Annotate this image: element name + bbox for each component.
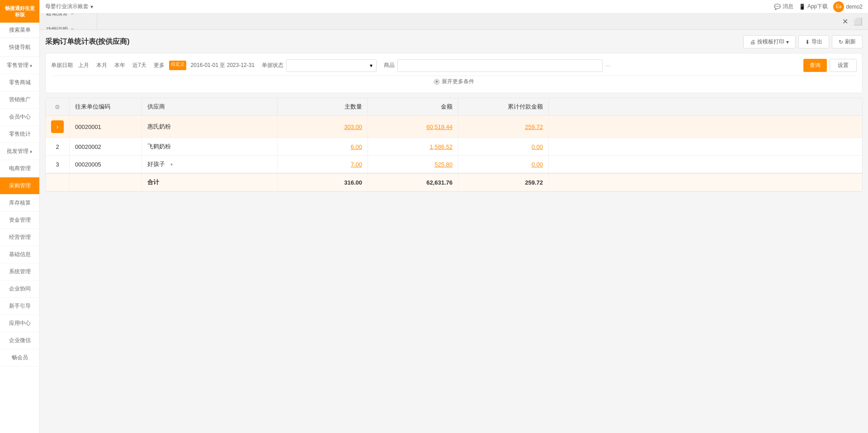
status-filter-label: 单据状态 <box>262 62 283 69</box>
app-download-label: App下载 <box>807 3 828 10</box>
footer-empty-1 <box>46 173 70 191</box>
qty-link-2[interactable]: 7.00 <box>351 161 362 168</box>
sidebar-item-lingdianshangcheng[interactable]: 零售商城 <box>0 74 39 91</box>
amount-link-1[interactable]: 1,586.52 <box>429 143 453 150</box>
sidebar-item-huiyuan[interactable]: 会员中心 <box>0 109 39 126</box>
sidebar-item-label-pifa: 批发管理 <box>7 148 28 155</box>
cell-seq-0: › <box>46 116 70 138</box>
sidebar-item-pifa[interactable]: 批发管理▲ <box>0 143 39 160</box>
sidebar-search-section[interactable]: 搜索菜单 <box>0 23 39 38</box>
goods-search-input[interactable] <box>397 59 603 72</box>
sidebar-item-label-xinshou: 新手引导 <box>9 303 31 309</box>
tab-close-chaochuyu[interactable]: ✕ <box>71 14 74 16</box>
sidebar-item-xinshou[interactable]: 新手引导 <box>0 298 39 315</box>
tab-restore-btn[interactable]: ⬜ <box>852 16 864 27</box>
sidebar-item-lingdiantongji[interactable]: 零售统计 <box>0 126 39 143</box>
table-row: › 00020001 惠氏奶粉 303.00 60,519.44 259.72 <box>46 116 862 138</box>
shortcut-this-month[interactable]: 本月 <box>94 61 110 70</box>
footer-row: 合计 316.00 62,631.76 259.72 <box>46 173 862 191</box>
user-area[interactable]: Ea demo2 <box>833 1 863 12</box>
sidebar-search-label[interactable]: 搜索菜单 <box>3 26 37 34</box>
paid-link-2[interactable]: 0.00 <box>532 161 543 168</box>
goods-more-icon[interactable]: ··· <box>605 62 610 69</box>
cell-seq-1: 2 <box>46 138 70 156</box>
sidebar-item-label-kucun: 库存核算 <box>9 200 31 206</box>
tab-bar-actions: ✕ ⬜ <box>837 16 868 27</box>
tab-close-all-btn[interactable]: ✕ <box>840 16 850 27</box>
th-settings[interactable]: ⚙ <box>46 98 70 116</box>
shortcut-this-year[interactable]: 本年 <box>112 61 128 70</box>
sidebar-item-jingying[interactable]: 经营管理 <box>0 229 39 246</box>
sidebar-item-zijin[interactable]: 资金管理 <box>0 212 39 229</box>
cell-amount-2: 525.80 <box>368 156 458 174</box>
sidebar-item-xitong[interactable]: 系统管理 <box>0 263 39 281</box>
top-bar-right: 💬 消息 📱 App下载 Ea demo2 <box>774 1 863 12</box>
sidebar-item-changhui[interactable]: 畅会员 <box>0 349 39 366</box>
paid-link-1[interactable]: 0.00 <box>532 143 543 150</box>
filter-panel: 单据日期 上月 本月 本年 近7天 更多 自定义 2016-01-01 至 20… <box>45 53 863 93</box>
page-header: 采购订单统计表(按供应商) 🖨 按模板打印 ▾ ⬇ 导出 ↻ 刷新 <box>45 35 863 48</box>
query-btn[interactable]: 查询 <box>803 59 827 72</box>
sidebar-item-qiye[interactable]: 企业协同 <box>0 281 39 298</box>
sidebar-item-label-zijin: 资金管理 <box>9 217 31 223</box>
amount-link-0[interactable]: 60,519.44 <box>426 124 453 130</box>
expand-row-btn-2[interactable]: ▾ <box>170 162 173 167</box>
sidebar-item-lingdian[interactable]: 零售管理▲ <box>0 57 39 74</box>
sidebar-nav-label[interactable]: 快捷导航 <box>0 41 39 54</box>
cell-code-1: 00020002 <box>70 138 142 156</box>
sidebar-item-yingyong[interactable]: 应用中心 <box>0 315 39 332</box>
expand-row-btn-0[interactable]: › <box>51 120 64 133</box>
sidebar-nav-section[interactable]: 快捷导航 <box>0 38 39 57</box>
workspace-name: 母婴行业演示账套 <box>45 3 89 10</box>
status-dropdown-icon: ▾ <box>370 62 373 69</box>
tab-gongneng[interactable]: 功能说明✕ <box>40 22 97 30</box>
custom-date-badge[interactable]: 自定义 <box>169 61 186 70</box>
app-download-btn[interactable]: 📱 App下载 <box>799 3 828 10</box>
query-actions: 查询 设置 <box>803 59 857 72</box>
settings-btn[interactable]: 设置 <box>830 59 857 72</box>
message-btn[interactable]: 💬 消息 <box>774 3 793 10</box>
paid-link-0[interactable]: 259.72 <box>525 124 543 130</box>
th-qty: 主数量 <box>278 98 368 116</box>
date-filter: 单据日期 上月 本月 本年 近7天 更多 自定义 2016-01-01 至 20… <box>51 61 255 70</box>
sidebar-item-yingxiao[interactable]: 营销推广 <box>0 91 39 109</box>
cell-spacer-1 <box>549 138 863 156</box>
sidebar-item-caigouguan[interactable]: 采购管理 <box>0 177 39 195</box>
print-btn[interactable]: 🖨 按模板打印 ▾ <box>743 35 796 48</box>
refresh-icon: ↻ <box>839 39 843 45</box>
date-range-value: 2016-01-01 至 2023-12-31 <box>191 62 255 69</box>
status-select[interactable]: ▾ <box>286 59 377 72</box>
workspace-selector[interactable]: 母婴行业演示账套 ▾ <box>45 3 93 10</box>
cell-seq-2: 3 <box>46 156 70 174</box>
th-spacer <box>549 98 863 116</box>
amount-link-2[interactable]: 525.80 <box>434 161 453 168</box>
qty-link-1[interactable]: 6.00 <box>351 143 362 150</box>
refresh-label: 刷新 <box>845 38 856 46</box>
export-btn[interactable]: ⬇ 导出 <box>798 35 829 48</box>
tab-label-chaochuyu: 超储预警 <box>46 14 68 17</box>
sidebar-item-jichu[interactable]: 基础信息 <box>0 246 39 263</box>
expand-filter-btn[interactable]: ▾ 展开更多条件 <box>51 76 857 87</box>
qty-link-0[interactable]: 303.00 <box>344 124 362 130</box>
main-area: 母婴行业演示账套 ▾ 💬 消息 📱 App下载 Ea demo2 首页收发存汇总… <box>40 0 868 433</box>
th-paid: 累计付款金额 <box>458 98 549 116</box>
sidebar-item-label-jichu: 基础信息 <box>9 251 31 257</box>
th-code: 往来单位编码 <box>70 98 142 116</box>
shortcut-last-month[interactable]: 上月 <box>75 61 92 70</box>
table-body: › 00020001 惠氏奶粉 303.00 60,519.44 259.72 … <box>46 116 862 174</box>
refresh-btn[interactable]: ↻ 刷新 <box>832 35 863 48</box>
shortcut-7days[interactable]: 近7天 <box>130 61 149 70</box>
table-header-row: ⚙ 往来单位编码 供应商 主数量 金额 <box>46 98 862 116</box>
shortcut-more[interactable]: 更多 <box>151 61 167 70</box>
sidebar-item-label-lingdian: 零售管理 <box>7 62 28 69</box>
sidebar-item-label-changhui: 畅会员 <box>12 354 28 361</box>
print-label: 按模板打印 <box>757 38 784 46</box>
sidebar-item-label-yingyong: 应用中心 <box>9 320 31 326</box>
sidebar-item-qiyeweixin[interactable]: 企业微信 <box>0 332 39 349</box>
sidebar-item-kucun[interactable]: 库存核算 <box>0 195 39 212</box>
logo: 畅捷通好生意 标版 <box>0 0 39 23</box>
sidebar-item-label-dianshang: 电商管理 <box>9 165 31 171</box>
sidebar-item-dianshang[interactable]: 电商管理 <box>0 160 39 177</box>
tab-chaochuyu[interactable]: 超储预警✕ <box>40 14 97 22</box>
sidebar: 畅捷通好生意 标版 搜索菜单 快捷导航 零售管理▲零售商城营销推广会员中心零售统… <box>0 0 40 433</box>
